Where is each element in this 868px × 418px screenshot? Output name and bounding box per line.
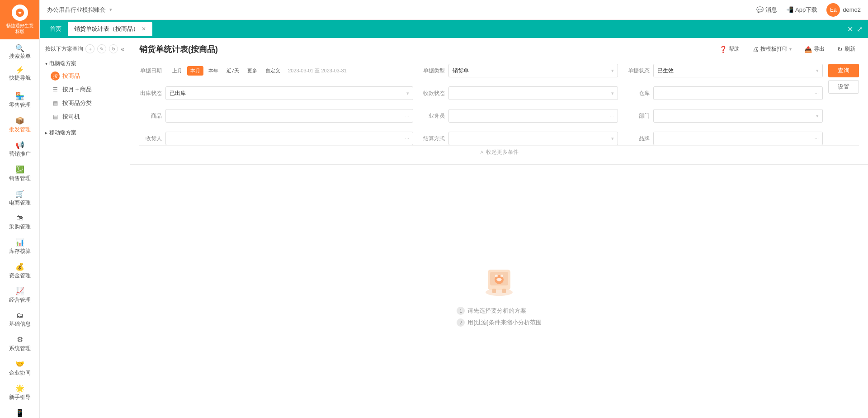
industry-label[interactable]: 办公用品行业模拟账套 — [47, 6, 106, 14]
refresh-btn[interactable]: ↻ 刷新 — [834, 43, 859, 55]
ecom-icon: 🛒 — [15, 190, 24, 198]
add-scheme-btn[interactable]: ＋ — [85, 44, 94, 53]
empty-state-icon — [476, 256, 522, 301]
collapse-sidebar-btn[interactable]: « — [121, 45, 124, 52]
industry-dropdown-icon[interactable]: ▾ — [109, 7, 112, 13]
template-print-btn[interactable]: 🖨 按模板打印 ▾ — [749, 43, 795, 55]
tip-1-text: 请先选择要分析的方案 — [467, 307, 526, 315]
tip-num-1: 1 — [457, 307, 465, 315]
sidebar-item-inventory[interactable]: 📊 库存核算 — [0, 234, 39, 259]
filter-field-date: 单据日期 上月 本月 本年 近7天 更多 自定义 — [139, 66, 413, 76]
date-btn-more[interactable]: 更多 — [244, 66, 260, 76]
scheme-item-by-product-label: 按商品 — [62, 72, 80, 80]
edit-scheme-btn[interactable]: ✎ — [97, 44, 106, 53]
refresh-scheme-btn[interactable]: ↻ — [109, 44, 118, 53]
messages-btn[interactable]: 💬 消息 — [756, 6, 777, 14]
filter-row-3: 商品 ··· 业务员 ··· — [139, 109, 823, 123]
sidebar-item-label-retail: 零售管理 — [9, 101, 31, 109]
filter-field-doc-type: 单据类型 销货单 ▾ — [422, 64, 618, 77]
sidebar-item-wholesale[interactable]: 📦 批发管理 — [0, 113, 39, 137]
doc-type-input[interactable]: 销货单 ▾ — [448, 64, 618, 77]
filter-row-1: 单据日期 上月 本月 本年 近7天 更多 自定义 — [139, 64, 823, 77]
date-btn-last-month[interactable]: 上月 — [169, 66, 185, 76]
scheme-item-by-cashier[interactable]: ▤ 按司机 — [40, 110, 130, 124]
date-btn-7days[interactable]: 近7天 — [223, 66, 242, 76]
sidebar-item-retail[interactable]: 🏪 零售管理 — [0, 88, 39, 113]
tab-sales-stat-label: 销货单统计表（按商品） — [74, 25, 139, 33]
empty-state: 1 请先选择要分析的方案 2 用[过滤]条件来缩小分析范围 — [130, 165, 868, 418]
payment-label: 结算方式 — [422, 135, 445, 142]
app-logo: 畅捷通好生意 标版 — [0, 0, 40, 39]
recv-status-input[interactable]: ▾ — [448, 86, 618, 100]
dept-input[interactable]: ▾ — [653, 109, 823, 123]
warehouse-input[interactable]: ··· — [653, 86, 823, 100]
avatar: Ea — [826, 3, 840, 17]
search-menu[interactable]: 🔍 搜索菜单 — [0, 39, 39, 63]
help-icon: ❓ — [719, 46, 727, 53]
sidebar: 畅捷通好生意 标版 🔍 搜索菜单 ⚡ 快捷导航 🏪 零售管理 📦 批发管理 📢 … — [0, 0, 40, 418]
filter-sidebar: 按以下方案查询 ＋ ✎ ↻ « ▾ 电脑端方案 按 按商品 ☰ — [40, 38, 130, 418]
sidebar-item-appstore[interactable]: 📱 应用中心 — [0, 405, 39, 418]
empty-tip-1: 1 请先选择要分析的方案 — [457, 307, 541, 315]
filter-sidebar-header: 按以下方案查询 ＋ ✎ ↻ « — [40, 42, 130, 56]
scheme-item-by-month-label: 按月＋商品 — [62, 86, 92, 94]
recipient-input[interactable]: ··· — [165, 132, 413, 145]
scheme-item-by-category-label: 按商品分类 — [62, 99, 92, 107]
tab-sales-stat[interactable]: 销货单统计表（按商品） ✕ — [68, 22, 152, 36]
query-button[interactable]: 查询 — [828, 64, 859, 77]
recv-status-dropdown-icon: ▾ — [611, 90, 614, 96]
quick-nav[interactable]: ⚡ 快捷导航 — [0, 63, 39, 85]
help-btn[interactable]: ❓ 帮助 — [716, 43, 743, 55]
expand-tab-btn[interactable]: ⤢ — [857, 25, 863, 33]
filter-sidebar-icons: ＋ ✎ ↻ « — [85, 44, 124, 53]
filter-row-2: 出库状态 已出库 ▾ 收款状态 — [139, 86, 823, 100]
user-profile[interactable]: Ea demo2 — [826, 3, 861, 17]
topbar: 办公用品行业模拟账套 ▾ 💬 消息 📲 App下载 Ea demo2 — [40, 0, 868, 20]
scheme-item-by-product[interactable]: 按 按商品 — [40, 69, 130, 83]
filter-row-4: 收货人 ··· 结算方式 ▾ — [139, 132, 823, 145]
tab-home[interactable]: 首页 — [43, 22, 68, 36]
doc-status-input[interactable]: 已生效 ▾ — [653, 64, 823, 77]
print-dropdown-icon[interactable]: ▾ — [789, 47, 792, 52]
brand-input[interactable]: ··· — [653, 132, 823, 145]
sidebar-item-system[interactable]: ⚙ 系统管理 — [0, 332, 39, 356]
warehouse-dots-icon: ··· — [815, 90, 819, 96]
sidebar-item-ecom[interactable]: 🛒 电商管理 — [0, 186, 39, 210]
main-area: 办公用品行业模拟账套 ▾ 💬 消息 📲 App下载 Ea demo2 首页 — [40, 0, 868, 418]
sidebar-item-marketing[interactable]: 📢 营销推广 — [0, 137, 39, 162]
payment-input[interactable]: ▾ — [448, 132, 618, 145]
recv-status-label: 收款状态 — [422, 90, 445, 97]
inventory-icon: 📊 — [15, 238, 24, 247]
content-right: 销货单统计表(按商品) ❓ 帮助 🖨 按模板打印 ▾ 📤 导出 — [130, 38, 868, 418]
set-button[interactable]: 设置 — [828, 80, 859, 94]
out-status-label: 出库状态 — [139, 90, 162, 97]
export-btn[interactable]: 📤 导出 — [801, 43, 828, 55]
filter-sidebar-title: 按以下方案查询 — [45, 45, 83, 53]
sidebar-item-purchase[interactable]: 🛍 采购管理 — [0, 210, 39, 234]
scheme-item-by-category[interactable]: ▤ 按商品分类 — [40, 96, 130, 110]
date-btn-this-year[interactable]: 本年 — [205, 66, 222, 76]
scheme-item-by-month-product[interactable]: ☰ 按月＋商品 — [40, 83, 130, 96]
close-tab-btn[interactable]: ✕ — [847, 25, 853, 33]
product-input[interactable]: ··· — [165, 109, 413, 123]
date-btn-this-month[interactable]: 本月 — [187, 66, 203, 76]
sidebar-item-corp[interactable]: 🤝 企业协同 — [0, 356, 39, 380]
collapse-up-icon: ∧ — [480, 149, 484, 155]
sidebar-item-finance[interactable]: 💰 资金管理 — [0, 259, 39, 283]
filter-field-out-status: 出库状态 已出库 ▾ — [139, 86, 413, 100]
tab-close-icon[interactable]: ✕ — [142, 26, 146, 32]
scheme-group-desktop-header[interactable]: ▾ 电脑端方案 — [40, 58, 130, 69]
salesperson-input[interactable]: ··· — [448, 109, 618, 123]
sidebar-item-newbie[interactable]: 🌟 新手引导 — [0, 380, 39, 405]
chat-icon: 💬 — [756, 6, 764, 13]
out-status-value: 已出库 — [170, 90, 186, 97]
sidebar-item-ops[interactable]: 📈 经营管理 — [0, 283, 39, 308]
collapse-bar[interactable]: ∧ 收起更多条件 — [139, 145, 859, 159]
product-label: 商品 — [139, 112, 162, 120]
date-btn-custom[interactable]: 自定义 — [262, 66, 283, 76]
app-download-btn[interactable]: 📲 App下载 — [786, 6, 817, 14]
out-status-input[interactable]: 已出库 ▾ — [165, 86, 413, 100]
scheme-group-mobile-header[interactable]: ▸ 移动端方案 — [40, 127, 130, 138]
sidebar-item-sales[interactable]: 💹 销售管理 — [0, 162, 39, 186]
sidebar-item-basic[interactable]: 🗂 基础信息 — [0, 308, 39, 332]
